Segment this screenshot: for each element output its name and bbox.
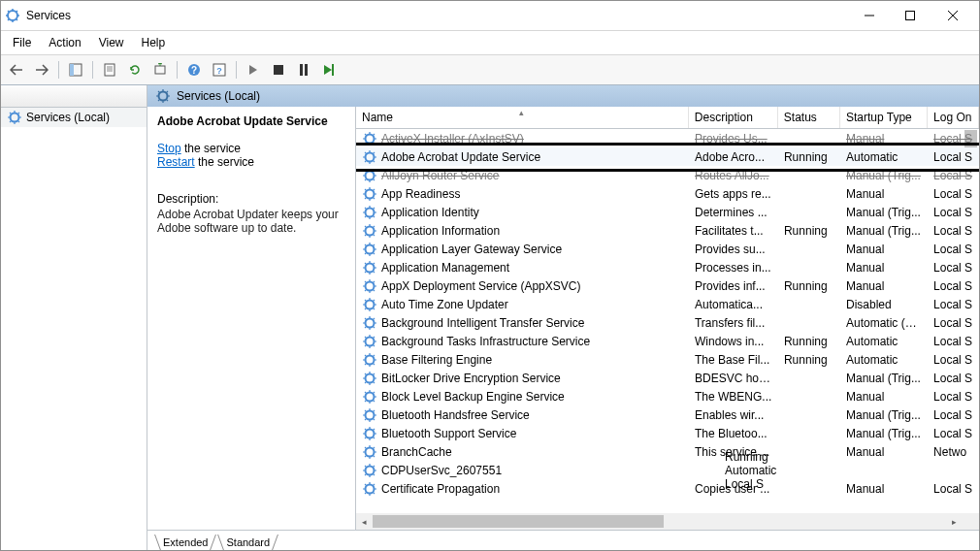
- titlebar[interactable]: Services: [1, 1, 979, 31]
- service-row[interactable]: Bluetooth Handsfree ServiceEnables wir..…: [356, 405, 979, 424]
- console-tree-pane[interactable]: Services (Local): [1, 85, 147, 550]
- menu-file[interactable]: File: [5, 34, 39, 51]
- start-service-button[interactable]: [242, 58, 265, 81]
- svg-rect-1: [906, 12, 915, 20]
- svg-point-23: [366, 263, 375, 272]
- cell-logon: Local S: [928, 408, 979, 422]
- description-label: Description:: [157, 192, 345, 206]
- help-button[interactable]: ?: [182, 58, 206, 81]
- help-button-2[interactable]: ?: [208, 58, 231, 81]
- cell-description: Enables wir...: [689, 408, 778, 422]
- cell-startup-type: Automatic: [840, 150, 928, 164]
- service-rows[interactable]: ActiveX Installer (AxInstSV)Provides Us.…: [356, 129, 979, 513]
- properties-button[interactable]: [98, 58, 121, 81]
- svg-rect-5: [155, 66, 165, 74]
- service-row[interactable]: Application ManagementProcesses in...Man…: [356, 258, 979, 276]
- gear-icon: [362, 389, 377, 405]
- tree-item-label: Services (Local): [26, 111, 110, 124]
- svg-point-32: [366, 429, 375, 438]
- cell-logon: Local S: [928, 372, 979, 385]
- cell-description: Gets apps re...: [689, 187, 778, 201]
- cell-logon: Local S: [928, 316, 979, 330]
- cell-logon: Local S: [928, 132, 979, 146]
- svg-point-30: [366, 392, 375, 401]
- gear-icon: [362, 407, 377, 423]
- stop-service-button[interactable]: [267, 58, 290, 81]
- minimize-button[interactable]: [849, 1, 890, 30]
- service-row[interactable]: Certificate PropagationCopies user ...Ma…: [356, 479, 979, 498]
- back-button[interactable]: [5, 58, 28, 81]
- menu-action[interactable]: Action: [41, 34, 88, 51]
- cell-logon: Local S: [928, 279, 979, 293]
- service-row[interactable]: Base Filtering EngineThe Base Fil...Runn…: [356, 350, 979, 369]
- cell-name: CDPUserSvc_2607551: [356, 463, 713, 478]
- maximize-button[interactable]: [890, 1, 931, 30]
- cell-name: Auto Time Zone Updater: [356, 297, 689, 312]
- cell-description: Transfers fil...: [689, 316, 778, 330]
- column-header-logon[interactable]: Log On: [928, 107, 979, 128]
- service-row[interactable]: Auto Time Zone UpdaterAutomatica...Disab…: [356, 295, 979, 313]
- tab-standard[interactable]: Standard: [216, 535, 279, 550]
- cell-name: Bluetooth Handsfree Service: [356, 407, 689, 423]
- cell-status: Running: [778, 150, 840, 164]
- restart-service-link[interactable]: Restart: [157, 155, 195, 169]
- tree-item-services-local[interactable]: Services (Local): [1, 108, 147, 127]
- column-header-status[interactable]: Status: [778, 107, 840, 128]
- restart-service-button[interactable]: [317, 58, 341, 81]
- service-row[interactable]: Adobe Acrobat Update ServiceAdobe Acro..…: [356, 147, 979, 166]
- service-row[interactable]: Background Tasks Infrastructure ServiceW…: [356, 332, 979, 350]
- forward-button[interactable]: [30, 58, 53, 81]
- pause-service-button[interactable]: [292, 58, 315, 81]
- cell-startup-type: Manual (Trig...: [840, 427, 928, 440]
- cell-name: Application Layer Gateway Service: [356, 242, 689, 257]
- column-header-startup-type[interactable]: Startup Type: [840, 107, 928, 128]
- details-pane: Services (Local) Adobe Acrobat Update Se…: [147, 85, 979, 550]
- cell-logon: Local S: [928, 169, 979, 182]
- service-row[interactable]: AllJoyn Router ServiceRoutes AllJo...Man…: [356, 166, 979, 184]
- service-row[interactable]: AppX Deployment Service (AppXSVC)Provide…: [356, 276, 979, 295]
- service-row[interactable]: Application InformationFacilitates t...R…: [356, 221, 979, 240]
- toolbar-separator: [177, 61, 178, 79]
- horizontal-scrollbar[interactable]: ◂ ▸: [356, 513, 979, 530]
- service-row[interactable]: ActiveX Installer (AxInstSV)Provides Us.…: [356, 129, 979, 147]
- cell-name: ActiveX Installer (AxInstSV): [356, 131, 689, 146]
- close-button[interactable]: [931, 1, 975, 30]
- gear-icon: [362, 223, 377, 239]
- svg-rect-11: [300, 64, 303, 76]
- service-row[interactable]: Application Layer Gateway ServiceProvide…: [356, 240, 979, 258]
- service-row[interactable]: CDPUserSvc_2607551RunningAutomaticLocal …: [356, 461, 979, 479]
- refresh-button[interactable]: [123, 58, 147, 81]
- service-row[interactable]: BranchCacheThis service ...ManualNetwo: [356, 442, 979, 461]
- column-header-description[interactable]: Description: [689, 107, 778, 128]
- service-row[interactable]: Background Intelligent Transfer ServiceT…: [356, 313, 979, 332]
- toolbar: ? ?: [1, 54, 979, 85]
- stop-service-link[interactable]: Stop: [157, 142, 181, 155]
- svg-point-14: [11, 113, 19, 122]
- column-header-name[interactable]: Name▴: [356, 107, 689, 128]
- menu-view[interactable]: View: [91, 34, 132, 51]
- menu-help[interactable]: Help: [134, 34, 174, 51]
- svg-text:?: ?: [191, 65, 197, 76]
- service-row[interactable]: BitLocker Drive Encryption ServiceBDESVC…: [356, 369, 979, 387]
- show-hide-tree-button[interactable]: [64, 58, 87, 81]
- cell-startup-type: Manual: [840, 187, 928, 201]
- cell-startup-type: Manual: [840, 261, 928, 275]
- service-row[interactable]: Block Level Backup Engine ServiceThe WBE…: [356, 387, 979, 405]
- svg-point-35: [366, 484, 375, 493]
- gear-icon: [362, 149, 377, 165]
- svg-point-34: [366, 466, 375, 474]
- service-row[interactable]: App ReadinessGets apps re...ManualLocal …: [356, 184, 979, 203]
- service-row[interactable]: Bluetooth Support ServiceThe Bluetoo...M…: [356, 424, 979, 442]
- services-icon: [155, 88, 171, 104]
- scroll-right-arrow[interactable]: ▸: [946, 513, 963, 530]
- scrollbar-thumb[interactable]: [373, 515, 664, 528]
- svg-point-33: [366, 447, 375, 456]
- svg-point-0: [8, 11, 17, 20]
- cell-name: Certificate Propagation: [356, 481, 689, 497]
- export-list-button[interactable]: [148, 58, 172, 81]
- scroll-left-arrow[interactable]: ◂: [356, 513, 373, 530]
- toolbar-separator: [236, 61, 237, 79]
- view-tabs: Extended Standard: [147, 530, 979, 550]
- cell-description: The WBENG...: [689, 390, 778, 404]
- service-row[interactable]: Application IdentityDetermines ...Manual…: [356, 203, 979, 221]
